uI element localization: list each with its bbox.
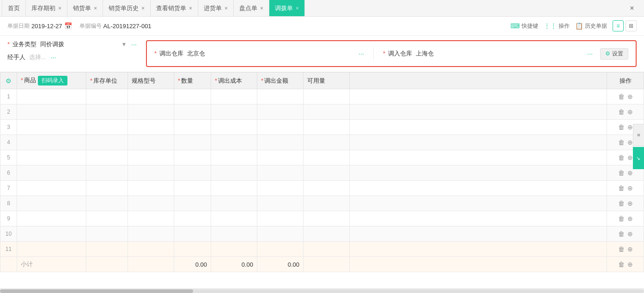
copy-icon[interactable]: ⊕ [627, 108, 633, 116]
cell-unit[interactable] [86, 242, 128, 257]
copy-icon[interactable]: ⊕ [627, 184, 633, 192]
cell-goods[interactable] [17, 104, 86, 120]
tab-transfer-close[interactable]: × [296, 5, 299, 12]
cell-cost[interactable] [211, 165, 257, 181]
tab-sales-order[interactable]: 销货单 × [67, 0, 103, 16]
cell-qty[interactable] [174, 104, 211, 120]
cell-cost[interactable] [211, 104, 257, 120]
cell-available[interactable] [304, 196, 350, 211]
handler-more-button[interactable]: ··· [51, 54, 56, 61]
cell-amount[interactable] [257, 181, 304, 196]
cell-unit[interactable] [86, 120, 128, 135]
delete-icon[interactable]: 🗑 [618, 123, 625, 131]
cell-qty[interactable] [174, 196, 211, 211]
window-close-button[interactable]: × [626, 2, 638, 15]
float-list-button[interactable]: ≡ [633, 124, 644, 146]
tab-inventory-init-close[interactable]: × [58, 5, 61, 12]
cell-qty[interactable] [174, 211, 211, 226]
cell-amount[interactable] [257, 211, 304, 226]
tab-transfer[interactable]: 调拨单 × [269, 0, 305, 16]
tab-purchase[interactable]: 进货单 × [198, 0, 234, 16]
cell-unit[interactable] [86, 89, 128, 104]
cell-cost[interactable] [211, 196, 257, 211]
cell-goods[interactable] [17, 181, 86, 196]
cell-qty[interactable] [174, 135, 211, 150]
cell-spec[interactable] [128, 211, 174, 226]
cell-qty[interactable] [174, 181, 211, 196]
copy-icon[interactable]: ⊕ [627, 154, 633, 161]
cell-amount[interactable] [257, 196, 304, 211]
settings-button[interactable]: ⚙ 设置 [600, 48, 628, 60]
cell-available[interactable] [304, 104, 350, 120]
cell-available[interactable] [304, 135, 350, 150]
cell-available[interactable] [304, 120, 350, 135]
warehouse-in-more[interactable]: ··· [587, 50, 593, 57]
cell-qty[interactable] [174, 120, 211, 135]
delete-icon[interactable]: 🗑 [618, 169, 625, 177]
cell-goods[interactable] [17, 211, 86, 226]
table-settings-icon[interactable]: ⚙ [6, 77, 12, 85]
horizontal-scrollbar[interactable] [0, 288, 644, 293]
cell-goods[interactable] [17, 242, 86, 257]
delete-icon[interactable]: 🗑 [618, 184, 625, 192]
cell-qty[interactable] [174, 226, 211, 242]
cell-qty[interactable] [174, 242, 211, 257]
cell-unit[interactable] [86, 226, 128, 242]
cell-goods[interactable] [17, 135, 86, 150]
dropdown-arrow-icon[interactable]: ▼ [121, 41, 127, 48]
cell-goods[interactable] [17, 226, 86, 242]
cell-qty[interactable] [174, 89, 211, 104]
cell-goods[interactable] [17, 150, 86, 165]
copy-icon[interactable]: ⊕ [627, 215, 633, 222]
float-expand-button[interactable]: ↗ [633, 147, 644, 169]
cell-spec[interactable] [128, 226, 174, 242]
cell-cost[interactable] [211, 89, 257, 104]
tab-purchase-close[interactable]: × [225, 5, 228, 12]
cell-spec[interactable] [128, 120, 174, 135]
history-button[interactable]: 📋 历史单据 [575, 22, 607, 30]
cell-available[interactable] [304, 242, 350, 257]
cell-available[interactable] [304, 89, 350, 104]
cell-spec[interactable] [128, 135, 174, 150]
scan-button[interactable]: 扫码录入 [38, 76, 67, 85]
delete-icon[interactable]: 🗑 [618, 93, 625, 100]
subtotal-copy-icon[interactable]: ⊕ [627, 261, 633, 268]
delete-icon[interactable]: 🗑 [618, 215, 625, 222]
cell-amount[interactable] [257, 89, 304, 104]
cell-amount[interactable] [257, 242, 304, 257]
cell-qty[interactable] [174, 150, 211, 165]
delete-icon[interactable]: 🗑 [618, 200, 625, 207]
cell-cost[interactable] [211, 120, 257, 135]
tab-sales-history-close[interactable]: × [141, 5, 145, 12]
more-button[interactable]: ··· [131, 41, 137, 48]
delete-icon[interactable]: 🗑 [618, 139, 625, 146]
cell-cost[interactable] [211, 181, 257, 196]
tab-inventory-check[interactable]: 盘点单 × [234, 0, 269, 16]
tab-sales-history[interactable]: 销货单历史 × [103, 0, 151, 16]
business-type-input[interactable]: 同价调拨 ▼ ··· [40, 40, 137, 49]
scroll-thumb[interactable] [0, 289, 193, 293]
cell-goods[interactable] [17, 89, 86, 104]
cell-available[interactable] [304, 150, 350, 165]
cell-goods[interactable] [17, 196, 86, 211]
subtotal-delete-icon[interactable]: 🗑 [618, 261, 625, 268]
cell-amount[interactable] [257, 104, 304, 120]
cell-cost[interactable] [211, 135, 257, 150]
delete-icon[interactable]: 🗑 [618, 245, 625, 253]
calendar-icon[interactable]: 📅 [64, 22, 72, 30]
tab-inventory-init[interactable]: 库存期初 × [26, 0, 67, 16]
cell-available[interactable] [304, 181, 350, 196]
delete-icon[interactable]: 🗑 [618, 230, 625, 238]
cell-unit[interactable] [86, 165, 128, 181]
warehouse-out-more[interactable]: ··· [358, 50, 364, 57]
layout-list-icon[interactable]: ≡ [613, 20, 624, 31]
copy-icon[interactable]: ⊕ [627, 93, 633, 100]
cell-spec[interactable] [128, 89, 174, 104]
cell-spec[interactable] [128, 150, 174, 165]
tab-sales-order-close[interactable]: × [94, 5, 97, 12]
tab-view-sales[interactable]: 查看销货单 × [151, 0, 198, 16]
copy-icon[interactable]: ⊕ [627, 169, 633, 177]
cell-amount[interactable] [257, 120, 304, 135]
cell-available[interactable] [304, 165, 350, 181]
cell-spec[interactable] [128, 242, 174, 257]
